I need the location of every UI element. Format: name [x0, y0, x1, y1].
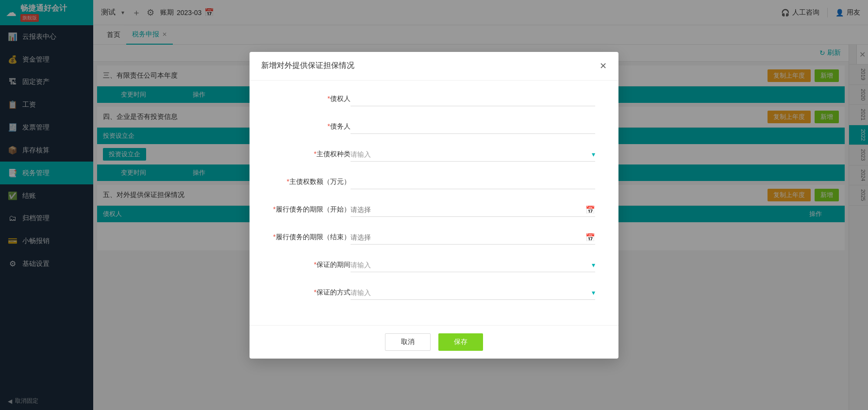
claim-amount-field	[351, 175, 595, 189]
calendar-end-icon[interactable]: 📅	[585, 233, 595, 242]
period-end-input[interactable]	[351, 230, 595, 245]
cancel-button[interactable]: 取消	[385, 333, 431, 351]
add-guarantee-modal: 新增对外提供保证担保情况 ✕ *债权人 *债务人	[250, 52, 618, 359]
claim-type-select[interactable]: 请输入	[351, 148, 595, 162]
period-start-field: 📅	[351, 203, 595, 217]
debtor-label: *债务人	[273, 122, 351, 131]
modal-body: *债权人 *债务人 *主债权种类	[250, 81, 618, 325]
modal-overlay: 新增对外提供保证担保情况 ✕ *债权人 *债务人	[0, 0, 868, 410]
form-row-claim-type: *主债权种类 请输入 ▾	[273, 148, 595, 162]
claim-amount-input[interactable]	[351, 175, 595, 189]
form-row-guarantee-method: *保证的方式 请输入 ▾	[273, 286, 595, 300]
guarantee-method-field: 请输入 ▾	[351, 286, 595, 300]
form-row-creditor: *债权人	[273, 92, 595, 106]
claim-type-field: 请输入 ▾	[351, 148, 595, 162]
creditor-field	[351, 92, 595, 106]
claim-type-select-wrap: 请输入 ▾	[351, 148, 595, 162]
modal-footer: 取消 保存	[250, 325, 618, 359]
guarantee-period-field: 请输入 ▾	[351, 258, 595, 272]
guarantee-method-select-wrap: 请输入 ▾	[351, 286, 595, 300]
modal-header: 新增对外提供保证担保情况 ✕	[250, 52, 618, 81]
form-row-period-start: *履行债务的期限（开始） 📅	[273, 203, 595, 217]
period-start-date-wrap: 📅	[351, 203, 595, 217]
form-row-guarantee-period: *保证的期间 请输入 ▾	[273, 258, 595, 272]
creditor-input[interactable]	[351, 92, 595, 106]
modal-close-button[interactable]: ✕	[600, 61, 607, 71]
form-row-period-end: *履行债务的期限（结束） 📅	[273, 230, 595, 245]
period-end-date-wrap: 📅	[351, 230, 595, 245]
period-start-input[interactable]	[351, 203, 595, 217]
form-row-debtor: *债务人	[273, 120, 595, 134]
guarantee-period-label: *保证的期间	[273, 261, 351, 269]
creditor-label: *债权人	[273, 95, 351, 103]
period-end-label: *履行债务的期限（结束）	[273, 233, 351, 242]
claim-amount-label: *主债权数额（万元）	[273, 178, 351, 186]
period-start-label: *履行债务的期限（开始）	[273, 205, 351, 214]
save-button[interactable]: 保存	[438, 333, 483, 351]
form-row-claim-amount: *主债权数额（万元）	[273, 175, 595, 189]
guarantee-period-select[interactable]: 请输入	[351, 258, 595, 272]
modal-title: 新增对外提供保证担保情况	[261, 61, 354, 71]
calendar-start-icon[interactable]: 📅	[585, 205, 595, 214]
claim-type-label: *主债权种类	[273, 150, 351, 159]
guarantee-period-select-wrap: 请输入 ▾	[351, 258, 595, 272]
period-end-field: 📅	[351, 230, 595, 245]
guarantee-method-select[interactable]: 请输入	[351, 286, 595, 300]
debtor-field	[351, 120, 595, 134]
debtor-input[interactable]	[351, 120, 595, 134]
guarantee-method-label: *保证的方式	[273, 288, 351, 297]
